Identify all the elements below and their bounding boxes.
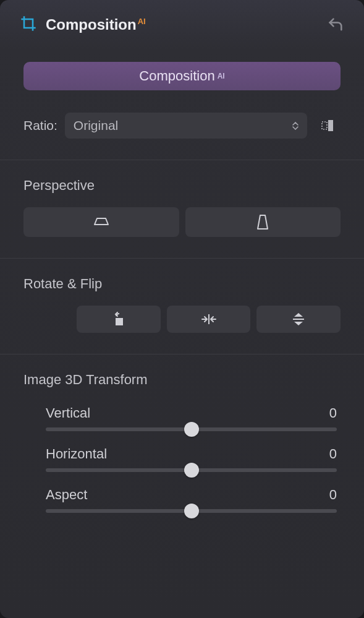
rotate-left-button[interactable] bbox=[77, 306, 161, 333]
vertical-slider-group: Vertical 0 bbox=[46, 405, 337, 431]
rotate-canvas-button[interactable] bbox=[315, 113, 341, 139]
rotate-flip-section: Rotate & Flip bbox=[0, 259, 364, 354]
perspective-title: Perspective bbox=[23, 178, 341, 194]
rotate-flip-title: Rotate & Flip bbox=[23, 276, 341, 292]
aspect-label: Aspect bbox=[46, 487, 87, 503]
panel-title: CompositionAI bbox=[46, 16, 146, 33]
ai-badge: AI bbox=[138, 17, 146, 26]
aspect-slider-group: Aspect 0 bbox=[46, 487, 337, 513]
composition-section: CompositionAI Ratio: Original bbox=[0, 47, 364, 160]
horizontal-value: 0 bbox=[329, 446, 337, 462]
chevron-updown-icon bbox=[292, 122, 298, 130]
flip-horizontal-button[interactable] bbox=[167, 306, 251, 333]
perspective-vertical-button[interactable] bbox=[185, 207, 341, 237]
ratio-row: Ratio: Original bbox=[23, 113, 341, 139]
vertical-value: 0 bbox=[329, 405, 337, 421]
panel-content: CompositionAI Ratio: Original bbox=[0, 47, 364, 561]
aspect-slider[interactable] bbox=[46, 509, 337, 513]
horizontal-label: Horizontal bbox=[46, 446, 107, 462]
composition-panel: CompositionAI CompositionAI Ratio: Origi… bbox=[0, 0, 364, 618]
composition-ai-button[interactable]: CompositionAI bbox=[23, 62, 341, 90]
ratio-label: Ratio: bbox=[23, 118, 57, 133]
horizontal-slider[interactable] bbox=[46, 468, 337, 472]
horizontal-slider-thumb[interactable] bbox=[184, 463, 199, 478]
ratio-select[interactable]: Original bbox=[65, 113, 307, 139]
flip-vertical-button[interactable] bbox=[256, 306, 341, 333]
svg-rect-0 bbox=[322, 122, 327, 129]
svg-rect-1 bbox=[328, 120, 333, 131]
panel-header: CompositionAI bbox=[0, 0, 364, 47]
ratio-value: Original bbox=[74, 118, 118, 133]
perspective-section: Perspective bbox=[0, 160, 364, 259]
crop-icon bbox=[20, 15, 37, 35]
vertical-label: Vertical bbox=[46, 405, 90, 421]
header-left: CompositionAI bbox=[20, 15, 146, 35]
aspect-value: 0 bbox=[329, 487, 337, 503]
horizontal-slider-group: Horizontal 0 bbox=[46, 446, 337, 472]
rotate-flip-row bbox=[23, 306, 341, 333]
vertical-slider-thumb[interactable] bbox=[184, 422, 199, 437]
perspective-horizontal-button[interactable] bbox=[23, 207, 179, 237]
transform-section: Image 3D Transform Vertical 0 Horizontal… bbox=[0, 354, 364, 549]
perspective-row bbox=[23, 207, 341, 237]
aspect-slider-thumb[interactable] bbox=[184, 504, 199, 518]
svg-rect-2 bbox=[116, 318, 123, 325]
transform-title: Image 3D Transform bbox=[23, 372, 341, 388]
undo-button[interactable] bbox=[326, 15, 345, 35]
vertical-slider[interactable] bbox=[46, 427, 337, 431]
